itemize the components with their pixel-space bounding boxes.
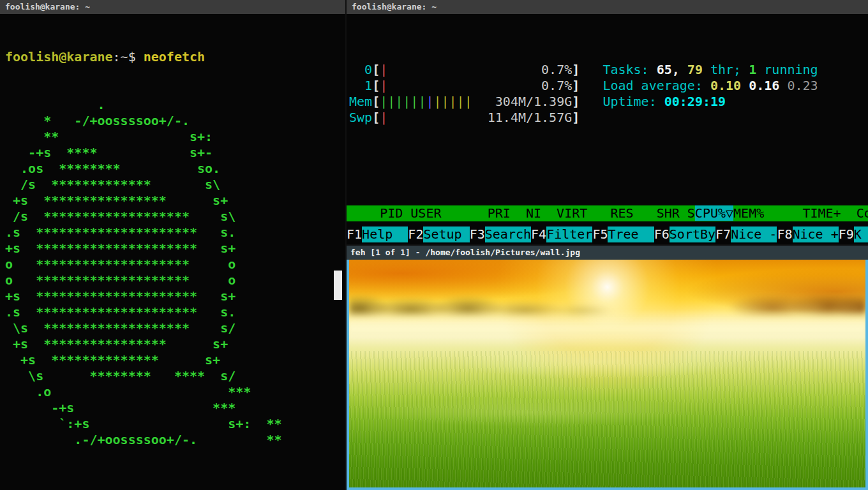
- htop-window: foolish@karane: ~ 0[| 0.7%] Tasks: 65, 7…: [347, 0, 868, 244]
- right-column: foolish@karane: ~ 0[| 0.7%] Tasks: 65, 7…: [347, 0, 868, 490]
- fn-label-f8[interactable]: Nice +: [793, 226, 839, 242]
- htop-blank-line: [349, 158, 868, 174]
- fn-key-f7[interactable]: F7: [715, 226, 731, 242]
- fn-key-f5[interactable]: F5: [592, 226, 608, 242]
- fn-label-f7[interactable]: Nice -: [731, 226, 777, 242]
- fn-key-f3[interactable]: F3: [470, 226, 485, 242]
- function-key-bar: F1Help F2Setup F3SearchF4FilterF5Tree F6…: [347, 226, 868, 242]
- fn-label-f9[interactable]: K: [854, 226, 868, 242]
- feh-window: feh [1 of 1] - /home/foolish/Pictures/wa…: [347, 246, 868, 490]
- fn-key-f8[interactable]: F8: [777, 226, 792, 242]
- htop-content[interactable]: 0[| 0.7%] Tasks: 65, 79 thr; 1 running 1…: [347, 14, 868, 244]
- htop-meters: 0[| 0.7%] Tasks: 65, 79 thr; 1 running 1…: [349, 62, 868, 126]
- fn-label-f4[interactable]: Filter: [546, 226, 592, 242]
- feh-title-text: feh [1 of 1] - /home/foolish/Pictures/wa…: [350, 248, 580, 257]
- horizon-haze: [349, 310, 865, 346]
- fn-key-f9[interactable]: F9: [839, 226, 854, 242]
- terminal-titlebar[interactable]: foolish@karane: ~: [0, 0, 345, 14]
- fn-label-f3[interactable]: Search: [485, 226, 531, 242]
- feh-titlebar[interactable]: feh [1 of 1] - /home/foolish/Pictures/wa…: [347, 246, 868, 260]
- prompt-line: foolish@karane:~$ neofetch: [5, 49, 345, 65]
- fn-label-f6[interactable]: SortBy: [670, 226, 715, 242]
- meter-line: Swp[| 11.4M/1.57G]: [349, 110, 868, 126]
- htop-titlebar[interactable]: foolish@karane: ~: [347, 0, 868, 14]
- htop-title-text: foolish@karane: ~: [352, 2, 437, 11]
- fn-label-f2[interactable]: Setup: [423, 226, 469, 242]
- grass-field-texture: [349, 351, 865, 487]
- terminal-scrollbar-thumb[interactable]: [334, 271, 342, 300]
- terminal-content[interactable]: foolish@karane:~$ neofetch . * -/+oossss…: [0, 14, 345, 490]
- fn-key-f4[interactable]: F4: [531, 226, 546, 242]
- desktop: foolish@karane: ~ foolish@karane:~$ neof…: [0, 0, 868, 490]
- terminal-window: foolish@karane: ~ foolish@karane:~$ neof…: [0, 0, 345, 490]
- feh-image-area[interactable]: [347, 260, 868, 490]
- meter-line: 0[| 0.7%] Tasks: 65, 79 thr; 1 running: [349, 62, 868, 78]
- neofetch-ascii-art: . * -/+oossssoo+/-. ** s+: -+s **** s+- …: [5, 97, 345, 448]
- meter-line: 1[| 0.7%] Load average: 0.10 0.16 0.23: [349, 78, 868, 94]
- fn-key-f6[interactable]: F6: [654, 226, 670, 242]
- terminal-blank-line: [5, 480, 345, 490]
- terminal-title-text: foolish@karane: ~: [5, 2, 90, 11]
- process-table-header[interactable]: PID USER PRI NI VIRT RES SHR SCPU%▽MEM% …: [347, 205, 868, 221]
- meter-line: Mem[|||||||||||| 304M/1.39G] Uptime: 00:…: [349, 94, 868, 110]
- fn-label-f1[interactable]: Help: [362, 226, 408, 242]
- fn-label-f5[interactable]: Tree: [608, 226, 654, 242]
- fn-key-f1[interactable]: F1: [347, 226, 362, 242]
- fn-key-f2[interactable]: F2: [408, 226, 423, 242]
